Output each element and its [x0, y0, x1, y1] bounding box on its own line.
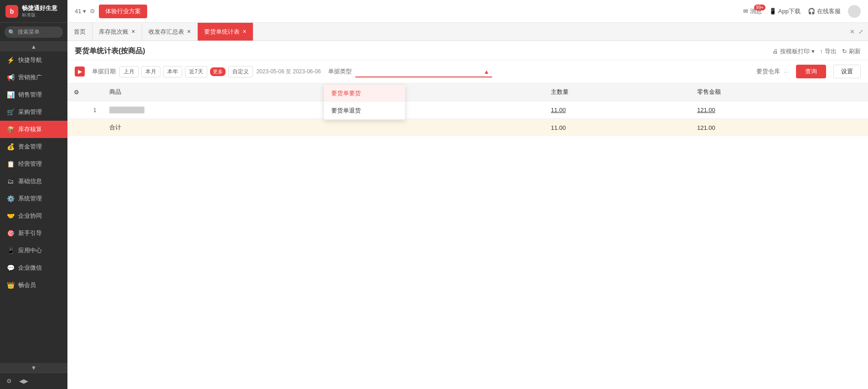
sidebar-item-vip[interactable]: 👑 畅会员 [0, 276, 67, 294]
main-content: 41 ▾ ⚙ 体验行业方案 ✉ 消息 99+ 📱 App下载 🎧 在线客服 [67, 0, 868, 389]
settings-col-header[interactable]: ⚙ [67, 83, 86, 101]
date-btn-this-year[interactable]: 本年 [163, 66, 182, 77]
tab-close-icon[interactable]: ✕ [131, 29, 135, 35]
warehouse-filter-label: 要货仓库 [756, 67, 780, 76]
sidebar: b 畅捷通好生意 标准版 🔍 搜索菜单 ▲ ⚡ 快捷导航 📢 营销推广 📊 销售… [0, 0, 67, 389]
table-row: 1 ████ ████ 块 11.00 121.00 [67, 101, 868, 119]
company-selector[interactable]: 41 ▾ [75, 8, 86, 15]
data-table: ⚙ 商品 主计量单位 主数量 零售金额 1 ████ ████ [67, 83, 868, 136]
topbar-left: 41 ▾ ⚙ 体验行业方案 [75, 5, 738, 18]
quick-nav-icon: ⚡ [6, 56, 15, 64]
date-btn-last-month[interactable]: 上月 [119, 66, 139, 77]
date-filter-group: 单据日期 上月 本月 本年 近7天 更多 自定义 2023-05-06 至 20… [92, 66, 321, 77]
app-center-icon: 📱 [6, 246, 15, 255]
tab-label: 收发存汇总表 [149, 28, 184, 36]
search-menu-button[interactable]: 🔍 搜索菜单 [5, 26, 63, 38]
product-name: ████ ████ [109, 107, 144, 113]
sales-icon: 📊 [6, 91, 15, 99]
dropdown-item-order-goods[interactable]: 要货单要货 [324, 85, 405, 102]
amount-cell: 121.00 [692, 101, 868, 119]
close-tab-button[interactable]: ✕ [850, 28, 855, 35]
type-input-wrap: ▲ [355, 66, 492, 77]
sidebar-item-enterprise[interactable]: 🤝 企业协同 [0, 207, 67, 225]
scroll-up-button[interactable]: ▲ [0, 42, 67, 51]
sidebar-item-wechat[interactable]: 💬 企业微信 [0, 259, 67, 276]
sidebar-item-basic-info[interactable]: 🗂 基础信息 [0, 173, 67, 190]
sidebar-item-label: 新手引导 [18, 229, 42, 237]
type-filter-input[interactable] [355, 66, 492, 77]
warehouse-dots-icon: ··· [784, 68, 789, 75]
tab-inventory-batch[interactable]: 库存批次账 ✕ [92, 23, 142, 41]
messages-button[interactable]: ✉ 消息 99+ [743, 7, 762, 15]
tab-close-icon[interactable]: ✕ [187, 29, 191, 35]
tab-receivable-summary[interactable]: 收发存汇总表 ✕ [142, 23, 198, 41]
settings-footer-icon[interactable]: ⚙ [6, 378, 12, 384]
date-btn-custom[interactable]: 自定义 [228, 66, 253, 77]
online-service-button[interactable]: 🎧 在线客服 [808, 7, 841, 15]
query-button[interactable]: 查询 [796, 65, 826, 78]
tab-label: 首页 [74, 28, 86, 36]
sidebar-item-inventory[interactable]: 📦 库存核算 [0, 121, 67, 138]
sidebar-item-marketing[interactable]: 📢 营销推广 [0, 69, 67, 86]
sidebar-item-sales[interactable]: 📊 销售管理 [0, 86, 67, 103]
scroll-down-button[interactable]: ▼ [0, 363, 67, 373]
guide-icon: 🎯 [6, 229, 15, 237]
operations-icon: 📋 [6, 160, 15, 168]
tab-order-summary[interactable]: 要货单统计表 ✕ [198, 23, 253, 41]
sidebar-item-operations[interactable]: 📋 经营管理 [0, 155, 67, 173]
sidebar-item-app-center[interactable]: 📱 应用中心 [0, 242, 67, 259]
footer-label-cell: 合计 [104, 119, 339, 137]
topbar-settings-icon[interactable]: ⚙ [90, 8, 95, 15]
sidebar-item-guide[interactable]: 🎯 新手引导 [0, 225, 67, 242]
gear-icon[interactable]: ⚙ [74, 89, 79, 96]
filter-expand-button[interactable]: ▶ [75, 67, 85, 77]
date-shortcuts: 上月 本月 本年 近7天 更多 自定义 [119, 66, 253, 77]
footer-empty-1 [67, 119, 86, 137]
user-avatar[interactable] [848, 5, 861, 18]
export-label: 导出 [825, 47, 837, 56]
refresh-button[interactable]: ↻ 刷新 [842, 47, 861, 56]
vip-icon: 👑 [6, 281, 15, 289]
dropdown-item-label: 要货单退货 [331, 107, 361, 114]
date-btn-this-month[interactable]: 本月 [141, 66, 160, 77]
maximize-tab-button[interactable]: ⤢ [858, 28, 863, 35]
dropdown-item-label: 要货单要货 [331, 90, 361, 97]
sidebar-item-label: 畅会员 [18, 281, 36, 289]
topbar: 41 ▾ ⚙ 体验行业方案 ✉ 消息 99+ 📱 App下载 🎧 在线客服 [67, 0, 868, 23]
sidebar-item-label: 应用中心 [18, 246, 42, 255]
collapse-sidebar-button[interactable]: ◀▶ [19, 378, 28, 384]
tab-home[interactable]: 首页 [67, 23, 92, 41]
page-title: 要货单统计表(按商品) [75, 46, 145, 56]
amount-col-header: 零售金额 [692, 83, 868, 101]
table-wrap: ⚙ 商品 主计量单位 主数量 零售金额 1 ████ ████ [67, 83, 868, 389]
table-header-row: ⚙ 商品 主计量单位 主数量 零售金额 [67, 83, 868, 101]
logo-icon: b [5, 5, 18, 18]
app-download-button[interactable]: 📱 App下载 [769, 7, 801, 15]
footer-unit-cell [339, 119, 545, 137]
quantity-col-header: 主数量 [545, 83, 692, 101]
amount-value[interactable]: 121.00 [697, 107, 715, 113]
sidebar-item-purchase[interactable]: 🛒 采购管理 [0, 103, 67, 121]
quantity-value[interactable]: 11.00 [551, 107, 566, 113]
date-range-display: 2023-05-06 至 2023-06-06 [257, 68, 321, 76]
table-footer-row: 合计 11.00 121.00 [67, 119, 868, 137]
sidebar-item-system[interactable]: ⚙️ 系统管理 [0, 190, 67, 207]
type-dropdown-up-icon[interactable]: ▲ [483, 68, 489, 75]
sidebar-item-label: 企业协同 [18, 212, 42, 220]
sidebar-nav: ⚡ 快捷导航 📢 营销推广 📊 销售管理 🛒 采购管理 📦 库存核算 💰 资金管… [0, 51, 67, 363]
settings-button[interactable]: 设置 [833, 65, 861, 78]
tab-close-icon[interactable]: ✕ [242, 29, 247, 35]
date-btn-7-days[interactable]: 近7天 [185, 66, 207, 77]
trial-btn[interactable]: 体验行业方案 [99, 5, 147, 18]
dropdown-item-order-return[interactable]: 要货单退货 [324, 102, 405, 119]
sidebar-item-quick-nav[interactable]: ⚡ 快捷导航 [0, 51, 67, 69]
tabs-bar: 首页 库存批次账 ✕ 收发存汇总表 ✕ 要货单统计表 ✕ ✕ ⤢ [67, 23, 868, 41]
messages-badge: 99+ [754, 5, 765, 10]
export-button[interactable]: ↑ 导出 [820, 47, 837, 56]
company-dropdown-icon: ▾ [83, 8, 86, 15]
wechat-icon: 💬 [6, 264, 15, 272]
print-button[interactable]: 🖨 按模板打印 ▾ [772, 47, 815, 56]
sidebar-item-finance[interactable]: 💰 资金管理 [0, 138, 67, 155]
row-settings-cell [67, 101, 86, 119]
inventory-icon: 📦 [6, 125, 15, 133]
